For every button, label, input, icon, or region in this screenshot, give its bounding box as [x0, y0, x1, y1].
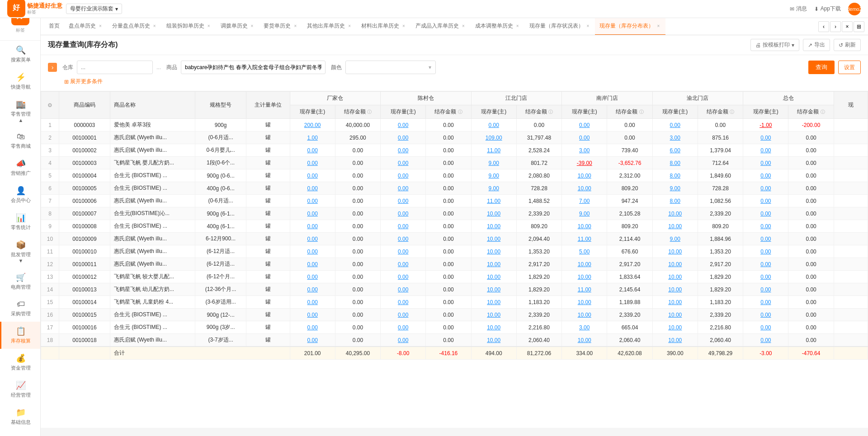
message-icon: ✉ [790, 6, 794, 12]
table-row: 200100001惠氏启赋 (Wyeth illu...(0-6月适...罐1.… [41, 131, 868, 144]
tab-close-7[interactable]: × [401, 23, 406, 29]
sidebar-finance[interactable]: 💰 资金管理 [0, 349, 40, 376]
sidebar-marketing[interactable]: 📣 营销推广 [0, 154, 40, 181]
color-input[interactable] [345, 61, 436, 74]
sidebar-member[interactable]: 👤 会员中心 [0, 181, 40, 208]
info-icon-5[interactable]: ⓘ [730, 109, 734, 114]
sidebar-search-label: 搜索英单 [11, 56, 31, 63]
sidebar-ops[interactable]: 📈 经营管理 [0, 376, 40, 403]
finance-icon: 💰 [16, 353, 26, 363]
tab-close-9[interactable]: × [515, 23, 520, 29]
table-row: 600100005合生元 (BIOSTIME) ...400g (0-6...罐… [41, 182, 868, 195]
export-btn[interactable]: ↗ 导出 [803, 39, 830, 51]
table-row: 1800100018惠氏启赋 (Wyeth illu...(3-7岁适...罐0… [41, 334, 868, 347]
sidebar-retail-shop[interactable]: 🛍 零售商城 [0, 127, 40, 154]
tab-6[interactable]: 其他出库单历史 × [302, 18, 357, 35]
user-avatar[interactable]: demo2 [848, 3, 861, 15]
product-field: 商品 [166, 61, 326, 74]
tab-next-btn[interactable]: › [830, 21, 841, 32]
info-icon-3[interactable]: ⓘ [548, 109, 553, 114]
info-icon-2[interactable]: ⓘ [458, 109, 462, 114]
printer-icon: 🖨 [755, 42, 761, 48]
th-jb-amount: 结存金额 ⓘ [516, 105, 561, 119]
th-cs-stock: 现存量(主) [381, 105, 426, 119]
th-gear: ⚙ [41, 92, 59, 119]
tab-10[interactable]: 现存量（库存状况表） × [525, 18, 595, 35]
sidebar-retail-mgmt[interactable]: 🏬 零售管理 ▲ [0, 95, 40, 127]
tab-2[interactable]: 分量盘点单历史 × [108, 18, 162, 35]
table-row: 1100100010惠氏启赋 (Wyeth illu...(6-12月适...罐… [41, 245, 868, 258]
table-row: 10000003爱他美 卓萃3段900g罐200.0040,000.000.00… [41, 119, 868, 131]
setting-btn[interactable]: 设置 [838, 61, 861, 74]
sidebar-logo-text: 标签 [16, 27, 25, 33]
tab-prev-btn[interactable]: ‹ [818, 21, 829, 32]
tab-5[interactable]: 要货单历史 × [259, 18, 302, 35]
chevron-down-icon-print: ▾ [792, 42, 794, 48]
message-btn[interactable]: ✉ 消息 [790, 5, 807, 13]
page-title: 现存量查询(库存分布) [48, 40, 118, 50]
table-row: 700100006惠氏启赋 (Wyeth illu...(0-6月适...罐0.… [41, 195, 868, 207]
tab-close-5[interactable]: × [292, 23, 298, 29]
expand-more-btn[interactable]: ⊞ 展开更多条件 [64, 78, 861, 85]
page-header: 现存量查询(库存分布) 🖨 按模板打印 ▾ ↗ 导出 ↺ 刷新 [41, 35, 868, 55]
refresh-btn[interactable]: ↺ 刷新 [834, 39, 861, 51]
tab-close-all-btn[interactable]: × [842, 21, 853, 32]
sidebar-ecommerce[interactable]: 🛒 电商管理 [0, 268, 40, 295]
search-row: › 仓库 ... 商品 颜色 ▾ 查询 设置 [48, 61, 861, 74]
tab-close-6[interactable]: × [347, 23, 352, 29]
sidebar-purchase[interactable]: 🏷 采购管理 [0, 295, 40, 322]
info-icon-4[interactable]: ⓘ [639, 109, 644, 114]
th-jb-stock: 现存量(主) [471, 105, 516, 119]
th-yuibei: 渝北门店 [652, 92, 743, 105]
tab-8[interactable]: 产成品入库单历史 × [411, 18, 471, 35]
table-row: 800100007合生元(BIOSTIME)沁...900g (6-1...罐0… [41, 207, 868, 220]
sidebar-wholesale[interactable]: 📦 批发管理 ▼ [0, 235, 40, 268]
tab-close-3[interactable]: × [206, 23, 212, 29]
search-btn[interactable]: 查询 [808, 61, 835, 74]
table-row: 400100003飞鹤星飞帆 婴儿配方奶...1段(0-6个...罐0.000.… [41, 157, 868, 169]
logo-area: 好 畅捷通好生意 标签 [7, 0, 62, 19]
warehouse-input[interactable] [77, 61, 153, 74]
header-actions: 🖨 按模板打印 ▾ ↗ 导出 ↺ 刷新 [750, 39, 861, 51]
tab-close-10[interactable]: × [585, 23, 591, 29]
tab-expand-btn[interactable]: ⊞ [854, 21, 864, 32]
tab-close-8[interactable]: × [461, 23, 466, 29]
sidebar-inventory[interactable]: 📋 库存核算 [0, 322, 40, 349]
sidebar-retail-stat[interactable]: 📊 零售统计 [0, 208, 40, 235]
table-row: 900100008合生元 (BIOSTIME) ...400g (6-1...罐… [41, 220, 868, 233]
color-label: 颜色 [331, 64, 342, 71]
tab-7[interactable]: 材料出库单历史 × [357, 18, 411, 35]
tab-close-11[interactable]: × [656, 23, 661, 29]
sidebar-base-info[interactable]: 📁 基础信息 [0, 403, 40, 428]
tab-4[interactable]: 调拨单历史 × [216, 18, 259, 35]
product-input[interactable] [181, 61, 326, 74]
table-row: 1300100012飞鹤星飞帆 较大婴儿配...(6-12个月...罐0.000… [41, 271, 868, 283]
app-download-btn[interactable]: ⬇ App下载 [814, 5, 841, 13]
info-icon-6[interactable]: ⓘ [821, 109, 825, 114]
warehouse-field: 仓库 ... [62, 61, 161, 74]
info-icon-1[interactable]: ⓘ [367, 109, 372, 114]
warehouse-more-icon[interactable]: ... [156, 64, 161, 70]
tab-close-4[interactable]: × [250, 23, 255, 29]
tab-bar: 首页 盘点单历史 × 分量盘点单历史 × 组装拆卸单历史 × 调拨单历史 × 要… [41, 18, 868, 35]
tab-1[interactable]: 盘点单历史 × [64, 18, 108, 35]
tab-3[interactable]: 组装拆卸单历史 × [162, 18, 216, 35]
chevron-icon-wholesale: ▼ [19, 258, 24, 263]
expand-collapse-btn[interactable]: › [48, 63, 57, 72]
table-row: 300100002惠氏启赋 (Wyeth illu...0-6月婴儿...罐0.… [41, 144, 868, 157]
th-jiangbei: 江北门店 [471, 92, 562, 105]
warehouse-label: 仓库 [62, 64, 73, 71]
tab-home[interactable]: 首页 [44, 18, 64, 35]
tab-close-2[interactable]: × [152, 23, 157, 29]
tab-11[interactable]: 现存量（库存分布表） × [595, 18, 665, 35]
ecommerce-icon: 🛒 [16, 272, 26, 282]
sidebar-quicknav[interactable]: ⚡ 快捷导航 [0, 68, 40, 95]
th-cs-amount: 结存金额 ⓘ [426, 105, 471, 119]
th-f-amount: 结存金额 ⓘ [335, 105, 380, 119]
print-btn[interactable]: 🖨 按模板打印 ▾ [750, 39, 799, 51]
store-selector[interactable]: 母婴行业演示陈套 ▾ [66, 4, 122, 14]
tab-9[interactable]: 成本调整单历史 × [471, 18, 525, 35]
tab-close-1[interactable]: × [98, 23, 103, 29]
sidebar-search[interactable]: 🔍 搜索英单 [0, 41, 40, 68]
sidebar-ops-label: 经营管理 [11, 392, 31, 398]
